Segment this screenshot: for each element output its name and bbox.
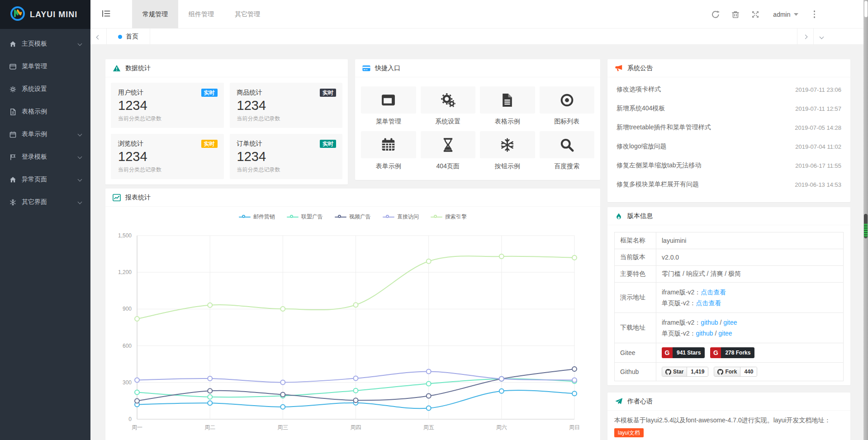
quick-entry-label: 菜单管理 [361, 118, 416, 126]
flag-icon [9, 153, 18, 161]
report-chart: 03006009001,2001,500周一周二周三周四周五周六周日 [105, 223, 600, 440]
version-table: 框架名称layuimini当前版本v2.0.0主要特色零门槛 / 响应式 / 清… [614, 232, 844, 381]
snowflake-icon [9, 199, 18, 206]
gitee-icon: G [662, 347, 673, 358]
tab-home[interactable]: 首页 [107, 28, 150, 45]
quick-entry-label: 404页面 [421, 162, 476, 170]
version-value: layuimini [662, 237, 686, 244]
chevron-down-icon [78, 177, 82, 182]
notice-text: 新增系统404模板 [617, 104, 665, 113]
link-点击查看[interactable]: 点击查看 [696, 299, 721, 307]
topnav-tab-组件管理[interactable]: 组件管理 [178, 0, 224, 28]
quick-entry-404页面[interactable]: 404页面 [421, 131, 476, 170]
version-row-Github: GithubStar1,419Fork440 [615, 363, 844, 381]
version-row-当前版本: 当前版本v2.0.0 [615, 249, 844, 266]
sidebar-item-菜单管理[interactable]: 菜单管理 [0, 55, 90, 78]
version-card-title: 版本信息 [627, 212, 653, 220]
github-fork-button[interactable]: Fork440 [714, 367, 757, 377]
tab-scroll-right-icon[interactable] [797, 28, 813, 45]
link-点击查看[interactable]: 点击查看 [701, 289, 726, 296]
stat-box-用户统计: 用户统计1234当前分类总记录数实时 [111, 83, 224, 128]
page-scrollbar[interactable] [863, 0, 868, 440]
quick-entry-按钮示例[interactable]: 按钮示例 [480, 131, 535, 170]
sidebar-item-系统设置[interactable]: 系统设置 [0, 78, 90, 100]
tab-dropdown-icon[interactable] [813, 28, 830, 45]
sidebar-item-其它界面[interactable]: 其它界面 [0, 191, 90, 213]
sidebar-item-表格示例[interactable]: 表格示例 [0, 100, 90, 123]
quick-entry-表格示例[interactable]: 表格示例 [480, 86, 535, 126]
clear-trash-icon[interactable] [731, 10, 740, 19]
fullscreen-icon[interactable] [751, 10, 759, 19]
sidebar-item-label: 主页模板 [22, 40, 47, 48]
sidebar-collapse-icon[interactable] [102, 9, 111, 19]
stats-card: 数据统计 用户统计1234当前分类总记录数实时商品统计1234当前分类总记录数实… [105, 59, 348, 185]
version-label: Github [615, 363, 656, 381]
legend-item-直接访问[interactable]: 直接访问 [383, 213, 419, 221]
sidebar-item-label: 菜单管理 [22, 62, 47, 71]
sidebar-item-主页模板[interactable]: 主页模板 [0, 33, 90, 55]
notice-text: 新增treetable插件和菜单管理样式 [617, 123, 711, 132]
flame-icon [615, 212, 623, 220]
gear-icon [9, 85, 18, 93]
sidebar-item-异常页面[interactable]: 异常页面 [0, 168, 90, 191]
warning-triangle-icon [113, 64, 121, 72]
version-label: 主要特色 [615, 266, 656, 283]
topnav-tab-其它管理[interactable]: 其它管理 [224, 0, 270, 28]
sidebar-item-label: 表单示例 [22, 130, 47, 138]
svg-text:周五: 周五 [423, 424, 434, 431]
topnav-tab-常规管理[interactable]: 常规管理 [132, 0, 178, 28]
quick-entry-系统设置[interactable]: 系统设置 [421, 86, 476, 126]
stat-box-浏览统计: 浏览统计1234当前分类总记录数实时 [111, 134, 224, 179]
stat-desc: 当前分类总记录数 [237, 115, 336, 123]
svg-text:周日: 周日 [569, 424, 580, 431]
version-value: v2.0.0 [662, 254, 679, 261]
legend-item-联盟广告[interactable]: 联盟广告 [287, 213, 323, 221]
scrollbar-thumb[interactable] [864, 214, 868, 238]
refresh-icon[interactable] [711, 10, 720, 19]
sidebar-menu: 主页模板菜单管理系统设置表格示例表单示例登录模板异常页面其它界面 [0, 29, 90, 213]
quick-entry-label: 按钮示例 [480, 162, 535, 170]
link-github[interactable]: github [701, 319, 718, 326]
user-menu[interactable]: admin [771, 11, 800, 18]
user-name: admin [773, 11, 790, 18]
chevron-down-icon [78, 155, 82, 159]
link-gitee[interactable]: gitee [718, 330, 732, 337]
quick-entry-图标列表[interactable]: 图标列表 [540, 86, 595, 126]
gitee-badge[interactable]: G941 Stars [662, 347, 705, 358]
chevron-down-icon [78, 200, 82, 204]
stat-box-订单统计: 订单统计1234当前分类总记录数实时 [230, 134, 343, 179]
svg-text:周三: 周三 [277, 424, 288, 431]
version-row-Gitee: GiteeG941 StarsG278 Forks [615, 343, 844, 363]
scrollbar-top-piece [864, 1, 868, 17]
notice-time: 2019-06-13 14:53 [795, 181, 841, 188]
sidebar-item-表单示例[interactable]: 表单示例 [0, 123, 90, 146]
legend-item-邮件营销[interactable]: 邮件营销 [239, 213, 275, 221]
stat-value: 1234 [118, 98, 217, 113]
legend-label: 直接访问 [397, 213, 419, 221]
svg-text:1,200: 1,200 [118, 269, 132, 275]
tab-scroll-left-icon[interactable] [90, 28, 107, 45]
legend-item-视频广告[interactable]: 视频广告 [335, 213, 371, 221]
quick-entry-label: 表格示例 [480, 118, 535, 126]
layui-doc-badge[interactable]: layui文档 [614, 428, 644, 437]
link-gitee[interactable]: gitee [723, 319, 737, 326]
gitee-badge[interactable]: G278 Forks [710, 347, 754, 358]
quick-entry-表单示例[interactable]: 表单示例 [361, 131, 416, 170]
realtime-badge: 实时 [201, 140, 218, 148]
quick-entry-label: 图标列表 [540, 118, 595, 126]
quick-entry-菜单管理[interactable]: 菜单管理 [361, 86, 416, 126]
page-tabbar: 首页 [90, 28, 868, 45]
link-github[interactable]: github [696, 330, 713, 337]
more-menu-icon[interactable] [812, 9, 817, 20]
sidebar-item-label: 登录模板 [22, 153, 47, 161]
legend-item-搜索引擎[interactable]: 搜索引擎 [431, 213, 467, 221]
version-label: 框架名称 [615, 232, 656, 249]
notice-row: 新增系统404模板2019-07-11 12:57 [607, 99, 850, 118]
topnav-tabs: 常规管理组件管理其它管理 [132, 0, 270, 28]
quick-entry-百度搜索[interactable]: 百度搜索 [540, 131, 595, 170]
github-star-button[interactable]: Star1,419 [662, 367, 708, 377]
notice-row: 修改logo缩放问题2019-07-04 11:02 [607, 137, 850, 156]
svg-text:1,500: 1,500 [118, 232, 132, 239]
sidebar-item-登录模板[interactable]: 登录模板 [0, 146, 90, 168]
realtime-badge: 实时 [320, 89, 336, 97]
